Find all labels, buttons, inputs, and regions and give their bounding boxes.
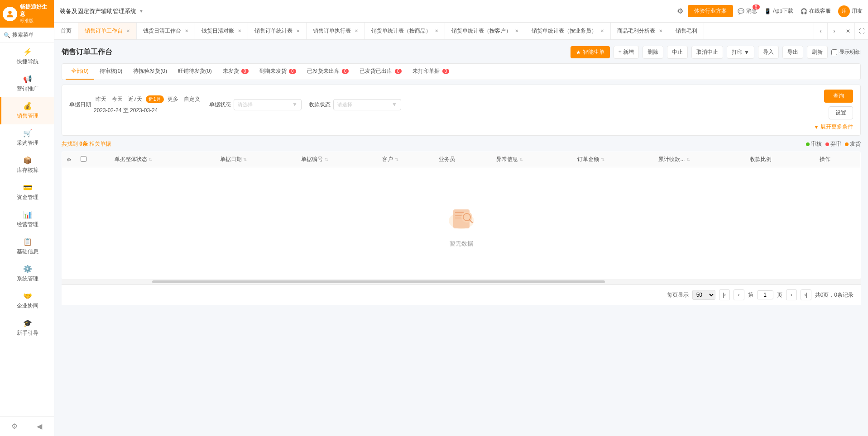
add-btn[interactable]: + 新增 — [614, 46, 639, 59]
smart-gen-btn[interactable]: ★ 智能生单 — [571, 46, 610, 58]
sort-number-icon[interactable]: ⇅ — [325, 157, 328, 162]
payment-select[interactable]: 请选择 ▼ — [333, 99, 401, 110]
sort-amount-icon[interactable]: ⇅ — [601, 157, 604, 162]
tab-fullscreen-btn[interactable]: ⛶ — [854, 23, 868, 39]
tab-close-sales-stat-customer[interactable]: ✕ — [515, 28, 518, 33]
filter-tab-all[interactable]: 全部(0) — [66, 64, 94, 80]
horizontal-scrollbar[interactable] — [62, 279, 861, 284]
filter-tab-shipped-wh[interactable]: 已发货已出库 0 — [354, 64, 407, 80]
column-settings-icon[interactable]: ⚙ — [67, 156, 72, 163]
tab-close-all-btn[interactable]: ✕ — [841, 23, 854, 39]
tab-cash-reconcile[interactable]: 钱货日清对账 ✕ — [195, 23, 248, 39]
tab-close-sales-stat[interactable]: ✕ — [296, 28, 300, 33]
select-all-checkbox[interactable] — [81, 156, 86, 162]
expand-conditions-btn[interactable]: ▼ 展开更多条件 — [814, 123, 853, 131]
page-next-btn[interactable]: › — [786, 289, 797, 300]
sidebar-item-enterprise[interactable]: 🤝 企业协同 — [0, 287, 54, 314]
sidebar-item-quick-nav[interactable]: ⚡ 快捷导航 — [0, 43, 54, 70]
date-custom[interactable]: 自定义 — [182, 95, 202, 104]
date-7days[interactable]: 近7天 — [126, 95, 144, 104]
sidebar-item-inventory[interactable]: 📦 库存核算 — [0, 152, 54, 179]
tab-close-sales-stat-staff[interactable]: ✕ — [600, 28, 604, 33]
page-size-select[interactable]: 50 100 200 — [692, 290, 715, 300]
tab-sales-stat-product[interactable]: 销货单统计表（按商品） ✕ — [365, 23, 445, 39]
system-dropdown-icon[interactable]: ▼ — [139, 9, 144, 14]
tab-scroll-left-btn[interactable]: ‹ — [814, 23, 827, 39]
page-first-btn[interactable]: |‹ — [719, 289, 730, 300]
search-menu-btn[interactable]: 🔍 搜索菜单 — [0, 28, 54, 43]
tab-gross-margin[interactable]: 商品毛利分析表 ✕ — [611, 23, 669, 39]
import-btn[interactable]: 导入 — [758, 46, 779, 59]
th-checkbox[interactable] — [76, 152, 110, 167]
sidebar-item-marketing[interactable]: 📢 营销推广 — [0, 70, 54, 97]
audit-dot — [806, 142, 810, 146]
refresh-btn[interactable]: 刷新 — [807, 46, 828, 59]
tab-sales-stat-customer[interactable]: 销货单统计表（按客户） ✕ — [445, 23, 525, 39]
tab-scroll-right-btn[interactable]: › — [827, 23, 841, 39]
show-detail-checkbox[interactable]: 显示明细 — [831, 48, 861, 56]
date-yesterday[interactable]: 昨天 — [94, 95, 108, 104]
tab-close-sales-workbench[interactable]: ✕ — [126, 28, 130, 33]
sort-status-icon[interactable]: ⇅ — [149, 157, 152, 162]
tab-close-cash-daily[interactable]: ✕ — [185, 28, 188, 33]
tab-close-sales-exec[interactable]: ✕ — [355, 28, 358, 33]
sidebar-item-purchase[interactable]: 🛒 采购管理 — [0, 124, 54, 152]
sort-abnormal-icon[interactable]: ⇅ — [519, 157, 523, 162]
sidebar-settings-btn[interactable]: ⚙ — [4, 420, 25, 432]
delete-btn[interactable]: 删除 — [643, 46, 663, 59]
sort-customer-icon[interactable]: ⇅ — [395, 157, 398, 162]
user-menu-btn[interactable]: 用 用友 — [838, 5, 863, 17]
tab-sales-stat[interactable]: 销售订单统计表 ✕ — [248, 23, 307, 39]
date-more[interactable]: 更多 — [166, 95, 180, 104]
filter-tab-pending-check[interactable]: 待拣验发货(0) — [128, 64, 173, 80]
filter-tab-not-shipped[interactable]: 未发货 0 — [217, 64, 254, 80]
date-1month[interactable]: 近1月 — [146, 95, 164, 103]
tab-cash-daily[interactable]: 钱货日清工作台 ✕ — [137, 23, 195, 39]
query-btn[interactable]: 查询 — [824, 90, 853, 103]
header-gear-icon[interactable]: ⚙ — [677, 7, 683, 15]
scroll-thumb[interactable] — [152, 280, 605, 283]
print-btn[interactable]: 打印 ▼ — [727, 46, 754, 59]
sidebar-collapse-btn[interactable]: ◀ — [29, 420, 51, 432]
sidebar-item-operations[interactable]: 📊 经营管理 — [0, 206, 54, 233]
tab-sales-stat-staff[interactable]: 销货单统计表（按业务员） ✕ — [525, 23, 611, 39]
page-actions: ★ 智能生单 + 新增 删除 中止 取消中止 打印 ▼ 导入 导出 刷新 — [571, 46, 861, 59]
tab-sales-workbench[interactable]: 销售订单工作台 ✕ — [78, 23, 137, 40]
tab-sales-exec[interactable]: 销售订单执行表 ✕ — [307, 23, 365, 39]
show-detail-input[interactable] — [831, 49, 837, 55]
filter-tab-hot-ship[interactable]: 旺铺待发货(0) — [173, 64, 217, 80]
tab-close-sales-stat-product[interactable]: ✕ — [435, 28, 438, 33]
sort-received-icon[interactable]: ⇅ — [686, 157, 690, 162]
page-prev-btn[interactable]: ‹ — [734, 289, 744, 300]
filter-tab-shipped-no-wh[interactable]: 已发货未出库 0 — [302, 64, 355, 80]
stop-btn[interactable]: 中止 — [667, 46, 688, 59]
sidebar-item-guide[interactable]: 🎓 新手引导 — [0, 314, 54, 341]
sort-date-icon[interactable]: ⇅ — [243, 157, 247, 162]
message-btn[interactable]: 💬 消息 6 — [738, 7, 757, 15]
th-settings[interactable]: ⚙ — [62, 152, 77, 167]
sidebar-item-system[interactable]: ⚙️ 系统管理 — [0, 260, 54, 287]
ship-btn[interactable]: 发货 — [845, 140, 861, 148]
settings-btn[interactable]: 设置 — [829, 106, 853, 119]
filter-tab-pending[interactable]: 待审核(0) — [94, 64, 128, 80]
revoke-btn[interactable]: 弃审 — [825, 140, 841, 148]
tab-close-cash-reconcile[interactable]: ✕ — [238, 28, 241, 33]
status-select[interactable]: 请选择 ▼ — [234, 99, 302, 110]
trial-btn[interactable]: 体验行业方案 — [688, 5, 733, 17]
export-btn[interactable]: 导出 — [782, 46, 803, 59]
tab-close-gross-margin[interactable]: ✕ — [659, 28, 662, 33]
tab-sales-profit[interactable]: 销售毛利 — [669, 23, 704, 39]
audit-btn[interactable]: 审核 — [806, 140, 822, 148]
sidebar-item-finance[interactable]: 💳 资金管理 — [0, 179, 54, 206]
page-number-input[interactable] — [757, 290, 773, 299]
filter-tab-overdue[interactable]: 到期未发货 0 — [254, 64, 302, 80]
cancel-stop-btn[interactable]: 取消中止 — [691, 46, 723, 59]
page-last-btn[interactable]: ›| — [801, 289, 811, 300]
tab-home[interactable]: 首页 — [54, 23, 78, 39]
filter-tab-not-printed[interactable]: 未打印单据 0 — [407, 64, 455, 80]
sidebar-item-sales[interactable]: 💰 销售管理 — [0, 97, 54, 124]
app-download-btn[interactable]: 📱 App下载 — [764, 7, 793, 15]
sidebar-item-basic-info[interactable]: 📋 基础信息 — [0, 233, 54, 260]
date-today[interactable]: 今天 — [110, 95, 125, 104]
online-service-btn[interactable]: 🎧 在线客服 — [801, 7, 831, 15]
